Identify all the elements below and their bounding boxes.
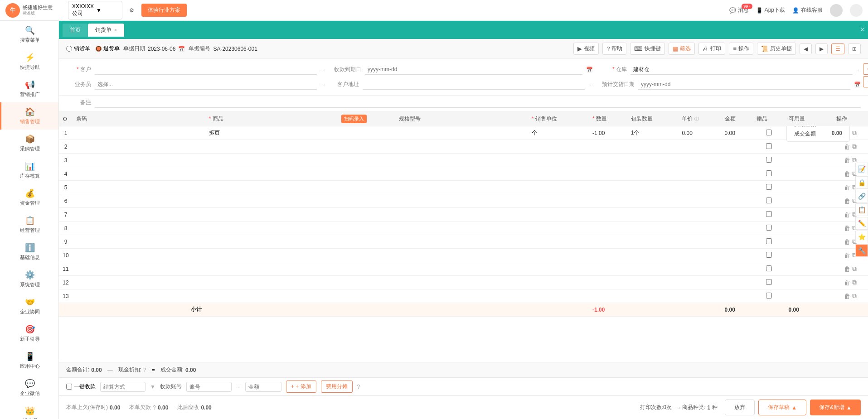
sidebar-item-basic-info[interactable]: ℹ️ 基础信息 xyxy=(0,238,58,265)
settlement-dots[interactable]: ▼ xyxy=(150,384,155,390)
cell-pack-qty[interactable] xyxy=(627,167,679,181)
sidebar-item-wechat[interactable]: 💬 企业微信 xyxy=(0,374,58,401)
operate-btn[interactable]: ≡ 操作 xyxy=(729,43,753,55)
cell-spec[interactable] xyxy=(395,289,528,303)
sidebar-item-sales[interactable]: 🏠 销售管理 xyxy=(0,102,58,130)
cell-unit-price[interactable]: 0.00 xyxy=(678,126,721,140)
cell-unit[interactable] xyxy=(528,181,589,194)
cell-barcode[interactable] xyxy=(73,289,205,303)
sidebar-item-purchase[interactable]: 📦 采购管理 xyxy=(0,130,58,157)
unit-input[interactable] xyxy=(532,266,559,272)
product-input[interactable] xyxy=(209,212,335,218)
cell-unit-price[interactable] xyxy=(678,249,721,262)
cell-product[interactable] xyxy=(205,235,338,249)
product-input[interactable] xyxy=(209,184,335,191)
cell-gift[interactable] xyxy=(753,208,785,222)
logistics-btn[interactable]: + 物流 xyxy=(863,76,868,87)
copy-row-btn[interactable]: ⧉ xyxy=(852,265,857,273)
cell-amount[interactable] xyxy=(721,140,753,154)
radio-sales-order[interactable]: 销货单 xyxy=(66,45,90,53)
gift-checkbox[interactable] xyxy=(766,293,772,299)
spec-input[interactable] xyxy=(399,225,524,231)
spec-input[interactable] xyxy=(399,157,524,164)
product-input[interactable] xyxy=(209,252,335,259)
product-input[interactable] xyxy=(209,130,335,136)
cell-unit-price[interactable] xyxy=(678,222,721,235)
help-btn[interactable]: ? 帮助 xyxy=(602,43,626,55)
cell-unit[interactable] xyxy=(528,167,589,181)
cell-spec[interactable] xyxy=(395,140,528,154)
settings-btn[interactable]: ⚙ 设置 xyxy=(863,63,868,75)
cell-pack-qty[interactable] xyxy=(627,140,679,154)
unit-input[interactable] xyxy=(532,184,559,191)
cell-spec[interactable] xyxy=(395,235,528,249)
barcode-input[interactable] xyxy=(76,212,202,218)
sidebar-item-member[interactable]: 👑 畅会员 xyxy=(0,401,58,419)
warehouse-input[interactable] xyxy=(630,64,853,75)
cell-unit-price[interactable] xyxy=(678,154,721,167)
cell-gift[interactable] xyxy=(753,154,785,167)
filter-btn[interactable]: ▦ 筛选 xyxy=(669,43,695,55)
cell-barcode[interactable] xyxy=(73,140,205,154)
history-btn[interactable]: 📜 历史单据 xyxy=(757,43,796,55)
rs-btn-4[interactable]: 📋 xyxy=(855,203,868,216)
spec-input[interactable] xyxy=(399,279,524,286)
cell-amount[interactable] xyxy=(721,154,753,167)
tab-home[interactable]: 首页 xyxy=(63,24,88,37)
spec-input[interactable] xyxy=(399,130,524,136)
rs-btn-5[interactable]: ✏️ xyxy=(855,217,868,230)
cell-unit[interactable] xyxy=(528,249,589,262)
spec-input[interactable] xyxy=(399,171,524,177)
barcode-input[interactable] xyxy=(76,171,202,177)
avatar[interactable] xyxy=(830,4,843,17)
cell-gift[interactable] xyxy=(753,276,785,289)
cell-spec[interactable] xyxy=(395,249,528,262)
delete-row-btn[interactable]: 🗑 xyxy=(844,197,850,205)
delete-row-btn[interactable]: 🗑 xyxy=(844,156,850,164)
radio-return-order[interactable]: 退货单 xyxy=(96,45,120,53)
cell-unit-price[interactable] xyxy=(678,167,721,181)
notes-input[interactable] xyxy=(95,97,861,108)
cell-gift[interactable] xyxy=(753,222,785,235)
cell-amount[interactable] xyxy=(721,222,753,235)
cell-pack-qty[interactable] xyxy=(627,276,679,289)
cell-quantity[interactable] xyxy=(589,194,627,208)
shortcut-btn[interactable]: ⌨ 快捷键 xyxy=(630,43,665,55)
cell-pack-qty[interactable] xyxy=(627,154,679,167)
cell-barcode[interactable] xyxy=(73,167,205,181)
cell-spec[interactable] xyxy=(395,262,528,276)
cell-amount[interactable] xyxy=(721,276,753,289)
scan-btn[interactable]: 扫码录入 xyxy=(341,115,367,123)
cell-barcode[interactable] xyxy=(73,249,205,262)
sidebar-item-inventory[interactable]: 📊 库存核算 xyxy=(0,157,58,184)
spec-input[interactable] xyxy=(399,266,524,272)
cell-unit-price[interactable] xyxy=(678,289,721,303)
cell-unit-price[interactable] xyxy=(678,181,721,194)
calendar-icon-expected[interactable]: 📅 xyxy=(854,82,861,88)
cell-unit-price[interactable] xyxy=(678,262,721,276)
cell-product[interactable] xyxy=(205,262,338,276)
spec-input[interactable] xyxy=(399,239,524,245)
cell-amount[interactable] xyxy=(721,167,753,181)
cell-pack-qty[interactable]: 1个 xyxy=(627,126,679,140)
cell-pack-qty[interactable] xyxy=(627,208,679,222)
cell-unit[interactable] xyxy=(528,235,589,249)
cell-pack-qty[interactable] xyxy=(627,249,679,262)
video-btn[interactable]: ▶ 视频 xyxy=(573,43,599,55)
product-input[interactable] xyxy=(209,239,335,245)
gift-checkbox[interactable] xyxy=(766,143,772,149)
cell-barcode[interactable] xyxy=(73,154,205,167)
cell-quantity[interactable] xyxy=(589,140,627,154)
cell-unit[interactable] xyxy=(528,222,589,235)
unit-input[interactable] xyxy=(532,279,559,286)
cell-gift[interactable] xyxy=(753,126,785,140)
cell-pack-qty[interactable] xyxy=(627,289,679,303)
unit-input[interactable] xyxy=(532,293,559,299)
cell-quantity[interactable] xyxy=(589,289,627,303)
cell-quantity[interactable] xyxy=(589,235,627,249)
settings-icon-btn[interactable]: ⚙ xyxy=(125,4,138,17)
amount-input[interactable] xyxy=(245,382,281,392)
cell-quantity[interactable] xyxy=(589,181,627,194)
calendar-icon-due[interactable]: 📅 xyxy=(586,67,593,73)
unit-input[interactable] xyxy=(532,225,559,231)
